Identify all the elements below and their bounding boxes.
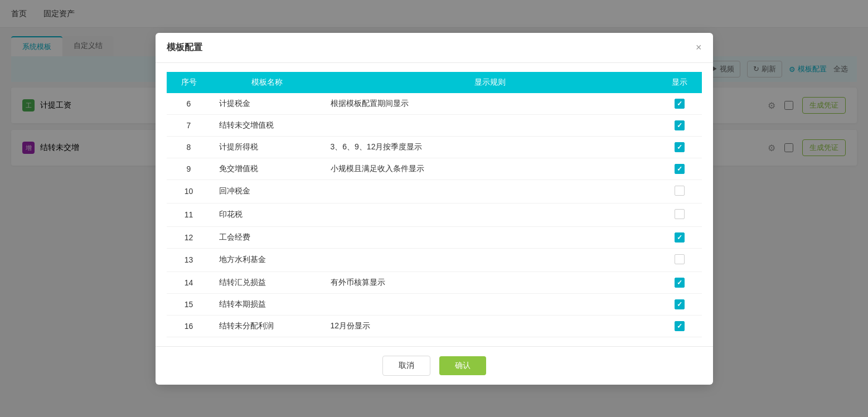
cell-check-7 [657,248,702,271]
cell-check-4 [657,180,702,203]
config-table: 序号 模板名称 显示规则 显示 6计提税金根据模板配置期间显示7结转未交增值税8… [167,72,702,337]
table-row: 8计提所得税3、6、9、12月按季度显示 [167,136,702,158]
cell-rule-10: 12月份显示 [323,315,657,337]
checkbox-5[interactable] [675,209,685,219]
cell-no-1: 7 [167,114,211,136]
cell-rule-5 [323,203,657,226]
cell-no-3: 9 [167,158,211,180]
cell-check-3 [657,158,702,180]
table-body: 6计提税金根据模板配置期间显示7结转未交增值税8计提所得税3、6、9、12月按季… [167,93,702,337]
col-header-no: 序号 [167,72,211,93]
cell-rule-9 [323,293,657,315]
col-header-name: 模板名称 [211,72,323,93]
table-row: 11印花税 [167,203,702,226]
checkbox-0[interactable] [675,99,685,109]
modal-body: 序号 模板名称 显示规则 显示 6计提税金根据模板配置期间显示7结转未交增值税8… [156,63,713,346]
table-row: 13地方水利基金 [167,248,702,271]
cell-check-2 [657,136,702,158]
cell-name-5: 印花税 [211,203,323,226]
cell-name-4: 回冲税金 [211,180,323,203]
cell-no-4: 10 [167,180,211,203]
cell-no-0: 6 [167,93,211,115]
cell-check-9 [657,293,702,315]
modal-close-button[interactable]: × [696,42,702,52]
cell-rule-1 [323,114,657,136]
cell-no-8: 14 [167,271,211,293]
table-row: 7结转未交增值税 [167,114,702,136]
checkbox-2[interactable] [675,142,685,152]
cell-check-1 [657,114,702,136]
cell-no-5: 11 [167,203,211,226]
cell-check-8 [657,271,702,293]
modal-title: 模板配置 [167,42,202,54]
cell-no-2: 8 [167,136,211,158]
cell-check-6 [657,226,702,248]
checkbox-9[interactable] [675,299,685,309]
cell-name-8: 结转汇兑损益 [211,271,323,293]
cell-rule-3: 小规模且满足收入条件显示 [323,158,657,180]
checkbox-10[interactable] [675,321,685,331]
table-row: 14结转汇兑损益有外币核算显示 [167,271,702,293]
cell-no-6: 12 [167,226,211,248]
table-row: 6计提税金根据模板配置期间显示 [167,93,702,115]
table-row: 16结转未分配利润12月份显示 [167,315,702,337]
cell-name-0: 计提税金 [211,93,323,115]
modal-header: 模板配置 × [156,33,713,63]
checkbox-8[interactable] [675,278,685,288]
cell-check-5 [657,203,702,226]
cell-no-10: 16 [167,315,211,337]
cell-name-10: 结转未分配利润 [211,315,323,337]
checkbox-1[interactable] [675,120,685,130]
modal-footer: 取消 确认 [156,346,713,385]
cell-rule-4 [323,180,657,203]
col-header-rule: 显示规则 [323,72,657,93]
cell-no-7: 13 [167,248,211,271]
checkbox-4[interactable] [675,186,685,196]
cell-name-9: 结转本期损益 [211,293,323,315]
cell-rule-6 [323,226,657,248]
confirm-button[interactable]: 确认 [439,356,486,375]
cell-rule-8: 有外币核算显示 [323,271,657,293]
cell-rule-2: 3、6、9、12月按季度显示 [323,136,657,158]
cell-check-0 [657,93,702,115]
cell-name-1: 结转未交增值税 [211,114,323,136]
cell-name-2: 计提所得税 [211,136,323,158]
cancel-button[interactable]: 取消 [382,356,430,376]
checkbox-7[interactable] [675,254,685,264]
cell-name-3: 免交增值税 [211,158,323,180]
modal-overlay: 模板配置 × 序号 模板名称 显示规则 显示 6计提税金根据模板配置期间显示7结… [0,0,868,417]
table-header-row: 序号 模板名称 显示规则 显示 [167,72,702,93]
cell-check-10 [657,315,702,337]
cell-name-6: 工会经费 [211,226,323,248]
table-row: 10回冲税金 [167,180,702,203]
table-row: 15结转本期损益 [167,293,702,315]
cell-name-7: 地方水利基金 [211,248,323,271]
modal-template-config: 模板配置 × 序号 模板名称 显示规则 显示 6计提税金根据模板配置期间显示7结… [156,33,713,385]
cell-rule-0: 根据模板配置期间显示 [323,93,657,115]
table-row: 9免交增值税小规模且满足收入条件显示 [167,158,702,180]
col-header-display: 显示 [657,72,702,93]
cell-rule-7 [323,248,657,271]
table-row: 12工会经费 [167,226,702,248]
cell-no-9: 15 [167,293,211,315]
checkbox-3[interactable] [675,164,685,174]
checkbox-6[interactable] [675,232,685,243]
